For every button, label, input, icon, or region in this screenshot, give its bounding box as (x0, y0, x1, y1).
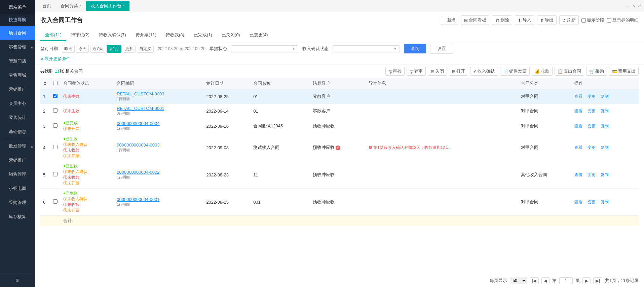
sidebar-item-project[interactable]: 项目合同 (0, 26, 35, 40)
copy-button[interactable]: 复制 (601, 172, 609, 177)
contract-code-link[interactable]: 0000000000004-0003 (117, 142, 201, 148)
copy-button[interactable]: 复制 (601, 94, 609, 99)
copy-button[interactable]: 复制 (601, 124, 609, 128)
contract-code-link[interactable]: 0000000000004-0002 (117, 170, 201, 175)
copy-button[interactable]: 复制 (601, 145, 609, 150)
sidebar-item-member[interactable]: 会员中心 (0, 96, 35, 111)
row-select-checkbox[interactable] (53, 172, 58, 176)
edit-button[interactable]: 变更 (588, 94, 596, 99)
show-fields-checkbox[interactable] (581, 18, 586, 23)
filter-tab-closed[interactable]: 已关闭(0) (217, 30, 245, 41)
new-button[interactable]: + 新增 (441, 16, 458, 25)
first-page-button[interactable]: |◀ (530, 277, 539, 284)
sidebar-settings[interactable]: ⚙ (0, 274, 35, 287)
sidebar-quick-nav[interactable]: 快捷导航 (0, 14, 35, 26)
view-button[interactable]: 查看 (574, 124, 582, 128)
sidebar-item-smart-store[interactable]: 智慧门店 (0, 54, 35, 68)
show-fields-toggle[interactable]: 显示阶段 (581, 17, 604, 23)
filter-tab-pending-payment[interactable]: 待收款(8) (161, 30, 189, 41)
view-button[interactable]: 查看 (574, 109, 582, 113)
sales-invoice-button[interactable]: 📄 销售发票 (500, 67, 530, 76)
filter-tab-all[interactable]: 全部(11) (40, 30, 66, 41)
row-select-checkbox[interactable] (53, 108, 58, 113)
filter-tab-completed[interactable]: 已完成(1) (189, 30, 217, 41)
income-confirm-select[interactable]: ▼ (333, 45, 400, 52)
contract-code-link[interactable]: 0000000000004-0004 (117, 121, 201, 126)
sidebar-item-marketing[interactable]: 营销推广 (0, 82, 35, 96)
view-button[interactable]: 查看 (574, 94, 582, 99)
page-input[interactable] (559, 277, 573, 284)
filter-tab-changed[interactable]: 已变更(4) (245, 30, 273, 41)
row-select-checkbox[interactable] (53, 145, 58, 149)
sidebar-item-purchase[interactable]: 采购管理 (0, 196, 35, 210)
show-detail-toggle[interactable]: 显示标的明细 (607, 17, 639, 23)
tab-income-workbench[interactable]: 收入合同工作台 × (86, 1, 129, 11)
sidebar-item-retail-mall[interactable]: 零售商城 (0, 68, 35, 82)
view-button[interactable]: 查看 (574, 172, 582, 177)
next-page-button[interactable]: ▶ (582, 277, 591, 284)
abandon-button[interactable]: ◎ 弃审 (407, 67, 426, 76)
sidebar-item-xc-ecom[interactable]: 小畅电商 (0, 181, 35, 196)
view-button[interactable]: 查看 (574, 200, 582, 204)
row-select-checkbox[interactable] (53, 199, 58, 204)
settings-icon[interactable]: ⚙ (43, 81, 47, 86)
filter-tab-pending-invoice[interactable]: 待开票(11) (131, 30, 161, 41)
expense-pay-button[interactable]: 💳 费用支出 (609, 67, 639, 76)
open-button[interactable]: ⊞ 打开 (449, 67, 468, 76)
row-checkbox[interactable] (50, 118, 61, 134)
close-button[interactable]: ⊟ 关闭 (428, 67, 447, 76)
sidebar-item-wholesale[interactable]: 批发管理 (0, 139, 35, 153)
last-page-button[interactable]: ▶| (593, 277, 602, 284)
date-today[interactable]: 今天 (76, 45, 89, 53)
show-detail-checkbox[interactable] (607, 18, 611, 23)
select-all-checkbox[interactable] (53, 81, 58, 85)
doc-status-select[interactable]: ▼ (231, 45, 298, 52)
expand-more-conditions[interactable]: ∨ 展开更多条件 (40, 56, 639, 62)
sidebar-item-retail-stats[interactable]: 零售统计 (0, 111, 35, 125)
per-page-select[interactable]: 50 100 200 (510, 277, 527, 284)
sidebar-item-retail-mgmt[interactable]: 零售管理 (0, 40, 35, 54)
tab-income-workbench-close[interactable]: × (123, 4, 125, 8)
row-select-checkbox[interactable] (53, 123, 58, 128)
prev-page-button[interactable]: ◀ (541, 277, 550, 284)
tab-contract-cat[interactable]: 合同分类 × (56, 1, 86, 11)
row-checkbox[interactable] (50, 189, 61, 216)
expense-out-button[interactable]: 📋 支出合同 (555, 67, 584, 76)
sidebar-item-basic-info[interactable]: 基础信息 (0, 125, 35, 139)
refresh-button[interactable]: ↺ 刷新 (559, 15, 579, 25)
copy-button[interactable]: 复制 (601, 200, 609, 204)
view-button[interactable]: 查看 (574, 145, 582, 150)
edit-button[interactable]: 变更 (588, 109, 596, 113)
copy-button[interactable]: 复制 (601, 109, 609, 113)
edit-button[interactable]: 变更 (588, 172, 596, 177)
import-button[interactable]: ⬇ 导入 (515, 15, 534, 25)
date-last1month[interactable]: 近1月 (107, 45, 122, 53)
edit-button[interactable]: 变更 (588, 145, 596, 150)
row-checkbox[interactable] (50, 134, 61, 161)
row-select-checkbox[interactable] (53, 94, 58, 98)
window-close-icon[interactable]: × (632, 3, 635, 8)
export-button[interactable]: ⬆ 导出 (537, 15, 557, 25)
delete-button[interactable]: 🗑 删除 (492, 15, 512, 25)
sidebar-item-inventory[interactable]: 库存核算 (0, 210, 35, 224)
purchase-button[interactable]: 🛒 采购 (586, 67, 607, 76)
kanban-button[interactable]: ⊞ 合同看板 (461, 15, 489, 25)
edit-button[interactable]: 变更 (588, 200, 596, 204)
sidebar-search[interactable]: 搜索菜单 (0, 0, 35, 14)
date-last7[interactable]: 近7天 (90, 45, 105, 53)
filter-tab-pending-confirm[interactable]: 待收入确认(7) (94, 30, 131, 41)
settings-button[interactable]: 设置 (430, 44, 453, 54)
row-checkbox[interactable] (50, 161, 61, 189)
filter-tab-pending-review[interactable]: 待审核(2) (66, 30, 94, 41)
edit-button[interactable]: 变更 (588, 124, 596, 128)
date-more[interactable]: 更多 (123, 45, 136, 53)
row-checkbox[interactable] (50, 89, 61, 104)
query-button[interactable]: 查询 (404, 44, 426, 53)
tab-contract-cat-close[interactable]: × (79, 4, 81, 8)
contract-code-link[interactable]: 0000000000004-0001 (117, 197, 201, 202)
window-minimize-icon[interactable]: — (625, 3, 630, 8)
contract-code-link[interactable]: RETAIL_CUSTOM-0003 (117, 91, 201, 96)
sidebar-item-marketing2[interactable]: 营销推广 (0, 153, 35, 167)
window-expand-icon[interactable]: ⤢ (638, 3, 641, 8)
date-custom[interactable]: 自定义 (137, 45, 154, 53)
